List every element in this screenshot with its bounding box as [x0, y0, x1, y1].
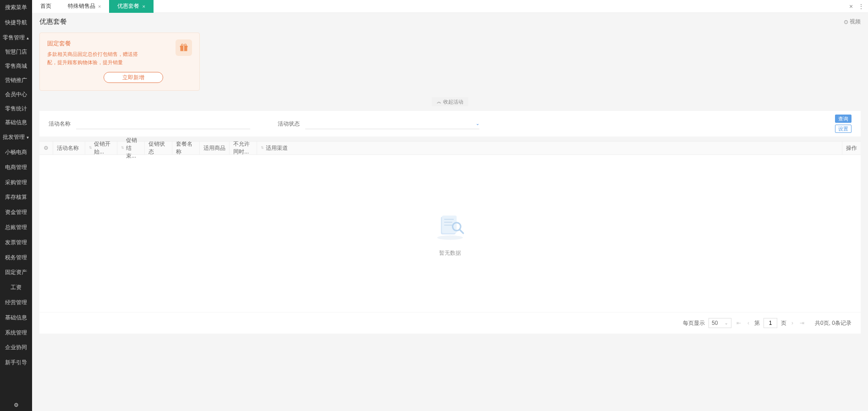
page-summary: 共0页, 0条记录 [815, 319, 852, 327]
collapse-activity-button[interactable]: ︽ 收起活动 [432, 97, 468, 106]
tab-special-sale[interactable]: 特殊销售品× [60, 0, 109, 13]
sidebar-fixedasset[interactable]: 固定资产 [0, 265, 32, 280]
chevron-down-icon: ⌄ [476, 121, 479, 126]
sidebar-retail-store[interactable]: 智慧门店 [0, 45, 32, 59]
setting-button[interactable]: 设置 [835, 125, 852, 133]
empty-text: 暂无数据 [439, 249, 461, 257]
sidebar-ecommerce[interactable]: 电商管理 [0, 160, 32, 175]
col-activity-name[interactable]: 活动名称 [53, 142, 85, 154]
sidebar-gear-icon[interactable]: ⚙ [0, 399, 32, 411]
empty-icon [432, 210, 468, 242]
sidebar-funds[interactable]: 资金管理 [0, 205, 32, 220]
prev-page-icon[interactable]: ‹ [746, 320, 751, 326]
close-icon[interactable]: × [98, 4, 101, 9]
gift-icon [176, 39, 192, 56]
col-channel[interactable]: ⇅适用渠道 [257, 142, 842, 154]
svg-point-3 [181, 44, 183, 46]
gear-icon[interactable]: ⚙ [39, 142, 53, 154]
play-icon: ⊙ [844, 19, 848, 25]
close-icon[interactable]: × [142, 4, 145, 9]
col-package[interactable]: 套餐名称 [172, 142, 200, 154]
page-title: 优惠套餐 [39, 17, 67, 26]
create-now-button[interactable]: 立即新增 [104, 72, 163, 83]
content: 固定套餐 多款相关商品固定总价打包销售，赠送搭配，提升顾客购物体验，提升销量 立… [32, 31, 868, 411]
tab-home[interactable]: 首页 [32, 0, 60, 13]
page-input[interactable] [764, 318, 777, 328]
sidebar-invoice[interactable]: 发票管理 [0, 235, 32, 250]
promo-desc: 多款相关商品固定总价打包销售，赠送搭配，提升顾客购物体验，提升销量 [47, 50, 139, 66]
sidebar-baseinfo[interactable]: 基础信息 [0, 310, 32, 325]
svg-rect-2 [183, 46, 184, 51]
activity-status-select[interactable]: ⌄ [305, 118, 479, 129]
sidebar-salary[interactable]: 工资 [0, 280, 32, 295]
filter-status-label: 活动状态 [278, 120, 305, 128]
svg-point-5 [437, 236, 463, 240]
tabbar: 首页 特殊销售品× 优惠套餐× × ⋮ [32, 0, 868, 13]
sidebar: 搜索菜单 快捷导航 零售管理 智慧门店 零售商城 营销推广 会员中心 零售统计 … [0, 0, 32, 411]
table: ⚙ 活动名称 ⇅促销开始... ⇅促销结束... 促销状态 套餐名称 适用商品 … [39, 141, 861, 312]
activity-name-input[interactable] [76, 118, 250, 129]
col-not-allow[interactable]: 不允许同时... [230, 142, 257, 154]
sidebar-retail-stats[interactable]: 零售统计 [0, 102, 32, 116]
video-link[interactable]: ⊙ 视频 [844, 18, 861, 26]
last-page-icon[interactable]: ⇥ [798, 320, 806, 326]
sidebar-search[interactable]: 搜索菜单 [0, 0, 32, 15]
promo-title: 固定套餐 [47, 39, 171, 48]
pagination: 每页显示 50 ⌄ ⇤ ‹ 第 页 › ⇥ 共0页, 0条记录 [39, 312, 861, 334]
col-start[interactable]: ⇅促销开始... [85, 142, 117, 154]
sidebar-ledger[interactable]: 总账管理 [0, 220, 32, 235]
filter-row: 活动名称 活动状态 ⌄ 查询 设置 [39, 111, 861, 137]
col-status[interactable]: 促销状态 [145, 142, 172, 154]
sidebar-system[interactable]: 系统管理 [0, 325, 32, 340]
tab-close-all-icon[interactable]: × [846, 3, 856, 10]
sidebar-enterprise[interactable]: 企业协同 [0, 340, 32, 355]
page-label-suffix: 页 [781, 319, 786, 327]
sidebar-wholesale[interactable]: 批发管理 [0, 130, 32, 145]
sidebar-xiaochang[interactable]: 小畅电商 [0, 145, 32, 160]
col-operation: 操作 [842, 142, 861, 154]
empty-state: 暂无数据 [39, 155, 861, 312]
sidebar-purchase[interactable]: 采购管理 [0, 175, 32, 190]
page-header: 优惠套餐 ⊙ 视频 [32, 13, 868, 31]
next-page-icon[interactable]: › [790, 320, 795, 326]
chevron-down-icon: ⌄ [725, 321, 728, 325]
col-end[interactable]: ⇅促销结束... [117, 142, 145, 154]
double-chevron-up-icon: ︽ [437, 99, 441, 105]
col-goods[interactable]: 适用商品 [200, 142, 230, 154]
sidebar-retail[interactable]: 零售管理 [0, 30, 32, 45]
per-page-label: 每页显示 [683, 319, 705, 327]
sidebar-retail-marketing[interactable]: 营销推广 [0, 73, 32, 88]
sidebar-tax[interactable]: 税务管理 [0, 250, 32, 265]
sidebar-operation[interactable]: 经营管理 [0, 295, 32, 310]
sidebar-retail-member[interactable]: 会员中心 [0, 88, 32, 102]
promo-card: 固定套餐 多款相关商品固定总价打包销售，赠送搭配，提升顾客购物体验，提升销量 立… [39, 33, 200, 91]
tab-more-icon[interactable]: ⋮ [856, 3, 866, 10]
tab-combo[interactable]: 优惠套餐× [109, 0, 153, 13]
sidebar-quicknav[interactable]: 快捷导航 [0, 15, 32, 30]
query-button[interactable]: 查询 [835, 115, 852, 123]
svg-line-12 [460, 230, 463, 233]
per-page-select[interactable]: 50 ⌄ [709, 318, 731, 328]
sidebar-guide[interactable]: 新手引导 [0, 355, 32, 370]
sidebar-retail-mall[interactable]: 零售商城 [0, 59, 32, 73]
svg-point-4 [184, 44, 186, 46]
page-label: 第 [754, 319, 760, 327]
sidebar-inventory[interactable]: 库存核算 [0, 190, 32, 205]
sidebar-retail-base[interactable]: 基础信息 [0, 115, 32, 130]
filter-name-label: 活动名称 [49, 120, 76, 128]
first-page-icon[interactable]: ⇤ [735, 320, 742, 326]
main: 首页 特殊销售品× 优惠套餐× × ⋮ 优惠套餐 ⊙ 视频 固定套餐 [32, 0, 868, 411]
table-header: ⚙ 活动名称 ⇅促销开始... ⇅促销结束... 促销状态 套餐名称 适用商品 … [39, 141, 861, 155]
